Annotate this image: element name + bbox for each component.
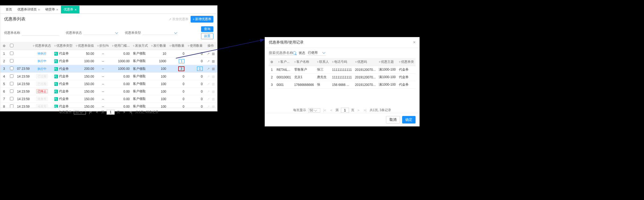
threshold: 0.00 — [110, 88, 131, 95]
chevron-down-icon — [115, 31, 118, 34]
row-checkbox[interactable] — [10, 67, 13, 70]
table-row[interactable]: 4 14 23:59 已过期 代代金券 150.00 -- 0.00 客户领取 … — [0, 73, 217, 80]
first-page-button[interactable]: |< — [322, 108, 327, 112]
tab-coupon-detail[interactable]: 优惠券详情页× — [15, 6, 43, 13]
ok-button[interactable]: 确定 — [402, 116, 416, 123]
next-page-button[interactable]: > — [122, 110, 126, 114]
mcol-cid[interactable]: 客户... — [275, 58, 292, 66]
row-checkbox[interactable] — [10, 97, 13, 100]
close-icon[interactable]: × — [413, 40, 416, 45]
tab-sales-order[interactable]: 销货单× — [43, 6, 61, 13]
type-label: 代金券 — [59, 59, 69, 63]
table-row[interactable]: 8 14 23:59 待发布 代代金券 150.00 -- 0.00 客户领取 … — [0, 103, 217, 108]
modal-page-input[interactable] — [341, 108, 349, 113]
coupon-table: 优惠券状态 优惠券类型 优惠券面值 折扣% 使用门槛... 发放方式 发行数量 … — [0, 42, 217, 108]
close-icon[interactable]: × — [74, 8, 77, 12]
filter-status-select[interactable] — [83, 31, 118, 35]
table-row[interactable]: 7 14 23:59 待发布 代代金券 150.00 -- 0.00 客户领取 … — [0, 95, 217, 103]
prev-page-button[interactable]: < — [95, 110, 99, 114]
gear-icon[interactable] — [3, 44, 6, 48]
row-checkbox[interactable] — [10, 82, 13, 85]
prev-page-button[interactable]: < — [329, 108, 333, 112]
table-row[interactable]: 3 0001 17666666666 张 156 6666 ... 201912… — [269, 81, 416, 89]
modal-page-size-select[interactable]: 50 — [308, 108, 320, 112]
row-checkbox[interactable] — [10, 52, 13, 55]
page-size-select[interactable]: 50 — [74, 110, 86, 114]
method: 客户领取 — [131, 73, 150, 80]
col-claim[interactable]: 领用数量 — [168, 42, 186, 50]
col-issue[interactable]: 发行数量 — [150, 42, 168, 50]
mcol-phone[interactable]: 电话号码 — [330, 58, 353, 66]
customer-name: 北京1 — [293, 74, 315, 81]
qrcode-icon[interactable] — [211, 59, 215, 63]
qrcode-icon[interactable] — [211, 52, 215, 56]
topic: 满1000-100 — [377, 81, 397, 89]
close-icon[interactable]: × — [56, 8, 58, 12]
col-use[interactable]: 使用数量 — [186, 42, 204, 50]
tab-home[interactable]: 首页 — [3, 6, 15, 13]
last-page-button[interactable]: >| — [363, 108, 368, 112]
table-row[interactable]: 1 RETAIL... 零散客户 张三 11111111111 20191200… — [269, 66, 416, 74]
threshold: 0.00 — [110, 80, 131, 88]
add-coupon-button[interactable]: + 新增优惠券 — [191, 16, 213, 23]
cancel-button[interactable]: 取消 — [386, 116, 400, 123]
tab-coupon[interactable]: 优惠券× — [61, 6, 79, 13]
tab-label: 销货单 — [45, 7, 55, 12]
last-page-button[interactable]: >| — [128, 110, 133, 114]
phone: 11111111111 — [330, 66, 353, 74]
coupon-type: 代金券 — [397, 66, 416, 74]
claim-count-link[interactable]: 1 — [179, 59, 184, 63]
row-checkbox[interactable] — [10, 74, 13, 78]
next-page-button[interactable]: > — [356, 108, 361, 112]
col-method[interactable]: 发放方式 — [131, 42, 150, 50]
search-input[interactable] — [269, 51, 293, 55]
search-icon[interactable] — [293, 51, 296, 54]
page-input[interactable] — [107, 110, 115, 115]
col-discount[interactable]: 折扣% — [96, 42, 110, 50]
share-icon[interactable] — [206, 67, 210, 71]
chevron-down-icon — [80, 110, 83, 113]
face-value: 150.00 — [74, 88, 96, 95]
claim-count-highlighted[interactable]: 3 — [178, 66, 184, 71]
table-row[interactable]: 1 待执行 代代金券 50.00 -- 0.00 客户领取 10 0 0 — [0, 50, 217, 57]
qrcode-icon[interactable] — [211, 67, 215, 71]
config-button[interactable]: 设置 — [201, 33, 213, 39]
mcol-code[interactable]: 优惠码 — [354, 58, 377, 66]
filter-name-input[interactable] — [22, 30, 59, 36]
issue-count: 100 — [150, 80, 168, 88]
gear-icon[interactable] — [270, 60, 273, 64]
table-row[interactable]: 6 14 23:59 已终止 代代金券 150.00 -- 0.00 客户领取 … — [0, 88, 217, 95]
table-row[interactable]: 2 00010001 北京1 唐先生 11111111111 201912007… — [269, 74, 416, 81]
tab-label: 首页 — [6, 7, 12, 12]
row-checkbox[interactable] — [10, 89, 13, 93]
mcol-topic[interactable]: 优惠主题 — [377, 58, 397, 66]
share-icon[interactable] — [206, 52, 210, 56]
table-row[interactable]: 5 14 23:59 已过期 代代金券 150.00 -- 0.00 客户领取 … — [0, 80, 217, 88]
table-row[interactable]: 3 07 23:59 执行中 代代金券 200.00 -- 1000.00 客户… — [0, 65, 217, 73]
modal-status-select[interactable]: 已使用 — [307, 50, 326, 56]
col-status[interactable]: 优惠券状态 — [31, 42, 53, 50]
mcol-cname[interactable]: 客户名称 — [293, 58, 315, 66]
col-type[interactable]: 优惠券类型 — [53, 42, 74, 50]
col-face[interactable]: 优惠券面值 — [74, 42, 96, 50]
type-label: 代金券 — [59, 82, 69, 86]
mcol-ctype[interactable]: 优惠券类 — [397, 58, 416, 66]
row-checkbox[interactable] — [10, 59, 13, 63]
mcol-contact[interactable]: 联系人 — [315, 58, 330, 66]
use-count-link[interactable]: 1 — [197, 67, 203, 71]
issue-coupon-button: 发放优惠券 — [169, 17, 188, 21]
code: 2019120070... — [354, 66, 377, 74]
row-checkbox[interactable] — [10, 104, 13, 108]
chevron-down-icon — [314, 108, 317, 111]
customer-name: 零散客户 — [293, 66, 315, 74]
col-threshold[interactable]: 使用门槛... — [110, 42, 131, 50]
filter-type-select[interactable] — [143, 31, 177, 35]
first-page-button[interactable]: |< — [88, 110, 93, 114]
search-button[interactable]: 查询 — [201, 26, 213, 32]
qrcode-icon — [211, 82, 215, 86]
share-icon[interactable] — [206, 59, 210, 63]
select-all-checkbox[interactable] — [10, 44, 13, 47]
time-cell — [16, 50, 31, 57]
close-icon[interactable]: × — [38, 8, 40, 12]
table-row[interactable]: 2 执行中 代代金券 100.00 -- 1000.00 客户领取 1000 1… — [0, 57, 217, 65]
